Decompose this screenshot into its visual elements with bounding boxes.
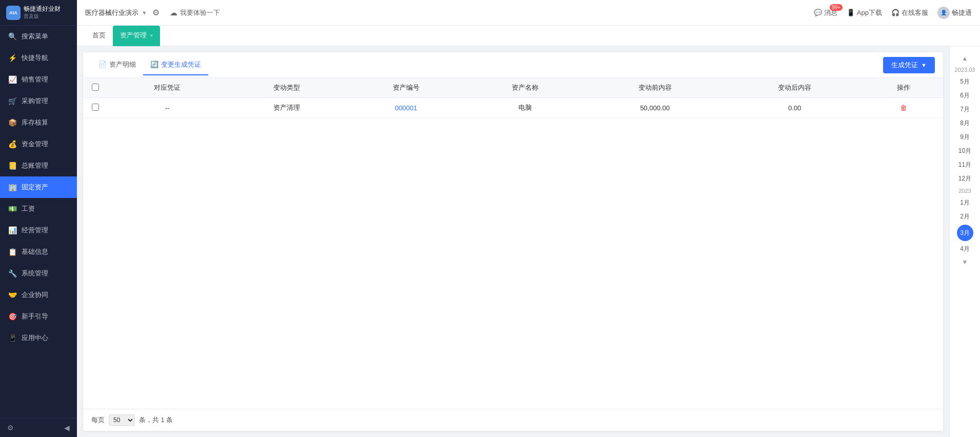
payroll-label: 工资 (22, 204, 35, 213)
sidebar-item-basic-info[interactable]: 📋 基础信息 (0, 241, 77, 263)
content-area: 📄 资产明细 🔄 变更生成凭证 生成凭证 ▼ (77, 46, 980, 437)
company-selector[interactable]: 医疗器械行业演示 ▼ (85, 8, 147, 17)
sidebar-item-app-center[interactable]: 📱 应用中心 (0, 327, 77, 349)
messages-badge: 99+ (830, 4, 843, 11)
finance-label: 资金管理 (22, 140, 48, 149)
sub-tab-asset-detail[interactable]: 📄 资产明细 (91, 55, 143, 75)
calendar-month-item[interactable]: 4月 (957, 242, 973, 256)
asset-detail-icon: 📄 (98, 61, 107, 68)
sub-tab-change-voucher[interactable]: 🔄 变更生成凭证 (143, 55, 208, 75)
select-all-checkbox[interactable] (92, 84, 99, 91)
row-action-cell: 🗑 (865, 98, 943, 118)
header-settings-icon[interactable]: ⚙ (152, 8, 159, 17)
row-delete-btn[interactable]: 🗑 (900, 104, 907, 112)
sales-icon: 📈 (7, 74, 17, 85)
sidebar-item-payroll[interactable]: 💵 工资 (0, 198, 77, 220)
guide-icon: 🎯 (7, 311, 17, 322)
row-before-content: 50,000.00 (585, 98, 725, 118)
calendar-month-item[interactable]: 5月 (956, 75, 973, 89)
calendar-month-item[interactable]: 12月 (956, 172, 973, 186)
per-page-select[interactable]: 102050100 (109, 414, 135, 426)
select-all-cell (83, 78, 108, 98)
change-voucher-icon: 🔄 (150, 61, 158, 68)
row-checkbox[interactable] (92, 104, 99, 111)
sidebar-item-system[interactable]: 🔧 系统管理 (0, 263, 77, 284)
collaboration-label: 企业协同 (22, 290, 48, 300)
app-center-icon: 📱 (7, 333, 17, 343)
collapse-icon[interactable]: ◀ (64, 424, 70, 432)
calendar-month-item[interactable]: 8月 (956, 116, 973, 130)
inventory-label: 库存核算 (22, 118, 48, 127)
asset-table: 对应凭证 变动类型 资产编号 资产名称 变动前内容 变动后内容 操作 -- 资产… (83, 78, 943, 118)
operation-label: 经营管理 (22, 226, 48, 235)
table-row: -- 资产清理 000001 电脑 50,000.00 0.00 🗑 (83, 98, 943, 118)
pagination-bar: 每页 102050100 条，共 1 条 (83, 409, 943, 431)
calendar-month-item[interactable]: 6月 (956, 89, 973, 103)
messages-btn[interactable]: 💬 消息 99+ (814, 8, 837, 17)
sub-tabs-row: 📄 资产明细 🔄 变更生成凭证 生成凭证 ▼ (83, 52, 943, 78)
calendar-year-label: 2023.03 (950, 65, 980, 75)
sub-tab-asset-detail-label: 资产明细 (109, 60, 136, 69)
payroll-icon: 💵 (7, 204, 17, 214)
calendar-month-item[interactable]: 9月 (956, 130, 973, 144)
experience-btn[interactable]: ☁ 我要体验一下 (170, 8, 220, 17)
calendar-month-item[interactable]: 11月 (956, 158, 973, 172)
sidebar-item-fixed-assets[interactable]: 🏢 固定资产 (0, 176, 77, 198)
ledger-label: 总账管理 (22, 161, 48, 170)
sidebar-item-guide[interactable]: 🎯 新手引导 (0, 306, 77, 327)
main-panel: 📄 资产明细 🔄 变更生成凭证 生成凭证 ▼ (83, 52, 943, 431)
calendar-month-item[interactable]: 1月 (957, 196, 973, 210)
app-logo-icon: AtA (6, 6, 21, 20)
tab-bar: 首页 资产管理 × (77, 26, 980, 46)
table-header-row: 对应凭证 变动类型 资产编号 资产名称 变动前内容 变动后内容 操作 (83, 78, 943, 98)
company-arrow-icon: ▼ (142, 10, 147, 16)
fixed-assets-icon: 🏢 (7, 182, 17, 192)
row-change-type: 资产清理 (227, 98, 347, 118)
user-label: 畅捷通 (952, 8, 972, 17)
experience-label: 我要体验一下 (180, 8, 220, 17)
sidebar-item-purchase[interactable]: 🛒 采购管理 (0, 90, 77, 112)
experience-cloud-icon: ☁ (170, 8, 177, 17)
total-label: 条，共 1 条 (139, 415, 173, 425)
calendar-month-item[interactable]: 3月 (957, 225, 973, 241)
generate-btn-arrow-icon: ▼ (921, 62, 927, 68)
generate-voucher-btn[interactable]: 生成凭证 ▼ (883, 57, 935, 73)
calendar-month-item[interactable]: 2月 (957, 210, 973, 224)
calendar-month-item[interactable]: 7月 (956, 103, 973, 116)
purchase-label: 采购管理 (22, 96, 48, 106)
tab-close-icon[interactable]: × (150, 32, 153, 38)
sidebar-item-quick-nav[interactable]: ⚡ 快捷导航 (0, 47, 77, 69)
collaboration-icon: 🤝 (7, 290, 17, 300)
operation-icon: 📊 (7, 225, 17, 235)
sidebar-item-ledger[interactable]: 📒 总账管理 (0, 155, 77, 176)
app-download-label: App下载 (857, 8, 882, 17)
col-voucher: 对应凭证 (108, 78, 227, 98)
basic-info-label: 基础信息 (22, 247, 48, 256)
calendar-panel: ▲ 2023.03 5月6月7月8月9月10月11月12月 2023 1月2月3… (949, 46, 980, 437)
row-after-content: 0.00 (725, 98, 865, 118)
sidebar-item-finance[interactable]: 💰 资金管理 (0, 133, 77, 155)
settings-icon[interactable]: ⚙ (7, 424, 14, 432)
top-header: 医疗器械行业演示 ▼ ⚙ ☁ 我要体验一下 💬 消息 99+ 📱 App下载 🎧… (77, 0, 980, 26)
calendar-scroll-down[interactable]: ▼ (959, 256, 971, 268)
tab-home[interactable]: 首页 (85, 26, 113, 46)
message-icon: 💬 (814, 9, 822, 16)
sidebar-item-inventory[interactable]: 📦 库存核算 (0, 112, 77, 133)
app-download-btn[interactable]: 📱 App下载 (847, 8, 882, 17)
service-icon: 🎧 (891, 9, 899, 16)
tab-asset-mgmt[interactable]: 资产管理 × (113, 26, 160, 46)
sidebar-item-sales[interactable]: 📈 销售管理 (0, 69, 77, 90)
user-menu[interactable]: 👤 畅捷通 (937, 7, 972, 19)
header-right: 💬 消息 99+ 📱 App下载 🎧 在线客服 👤 畅捷通 (814, 7, 972, 19)
basic-info-icon: 📋 (7, 247, 17, 257)
customer-service-btn[interactable]: 🎧 在线客服 (891, 8, 928, 17)
calendar-month-item[interactable]: 10月 (956, 144, 973, 158)
sidebar-item-operation[interactable]: 📊 经营管理 (0, 220, 77, 241)
calendar-scroll-up[interactable]: ▲ (959, 52, 971, 65)
quick-nav-label: 快捷导航 (22, 53, 48, 63)
row-asset-no: 000001 (346, 98, 466, 118)
sidebar-item-collaboration[interactable]: 🤝 企业协同 (0, 284, 77, 306)
row-voucher: -- (108, 98, 227, 118)
app-center-label: 应用中心 (22, 333, 48, 343)
sidebar-item-search[interactable]: 🔍 搜索菜单 (0, 26, 77, 47)
